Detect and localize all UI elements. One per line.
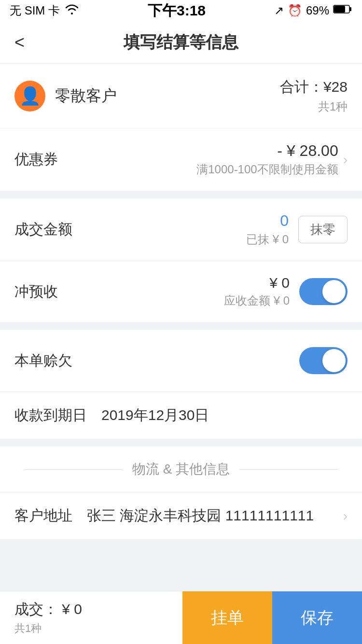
- prereceive-amount: ¥ 0: [224, 275, 290, 291]
- duedate-label: 收款到期日: [14, 406, 87, 425]
- transaction-row: 成交金额 0 已抹 ¥ 0 抹零: [0, 198, 362, 261]
- coupon-info: - ¥ 28.00 满1000-100不限制使用金额: [196, 142, 338, 177]
- address-left: 客户地址 张三 海淀永丰科技园 11111111111: [14, 506, 314, 526]
- transaction-amount[interactable]: 0: [246, 212, 289, 230]
- customer-total: 合计：¥28 共1种: [280, 77, 348, 114]
- prereceive-info: ¥ 0 应收金额 ¥ 0: [224, 275, 290, 308]
- round-button[interactable]: 抹零: [298, 216, 348, 243]
- nav-bar: < 填写结算等信息: [0, 21, 362, 64]
- address-chevron-icon: ›: [343, 508, 348, 524]
- back-button[interactable]: <: [14, 32, 25, 53]
- content: 👤 零散客户 合计：¥28 共1种 优惠券 - ¥ 28.00 满1000-10…: [0, 64, 362, 605]
- prereceive-toggle[interactable]: [299, 278, 348, 305]
- debt-row: 本单赊欠: [0, 330, 362, 392]
- page-title: 填写结算等信息: [124, 31, 238, 54]
- duedate-value: 2019年12月30日: [101, 406, 209, 425]
- transaction-right: 0 已抹 ¥ 0 抹零: [246, 212, 348, 247]
- address-label: 客户地址: [14, 506, 72, 526]
- coupon-row[interactable]: 优惠券 - ¥ 28.00 满1000-100不限制使用金额 ›: [0, 128, 362, 191]
- status-left: 无 SIM 卡: [10, 3, 79, 18]
- customer-info: 👤 零散客户: [14, 81, 117, 112]
- debt-section: 本单赊欠 收款到期日 2019年12月30日: [0, 330, 362, 439]
- customer-row: 👤 零散客户 合计：¥28 共1种: [0, 64, 362, 128]
- coupon-right: - ¥ 28.00 满1000-100不限制使用金额 ›: [196, 142, 348, 177]
- address-row[interactable]: 客户地址 张三 海淀永丰科技园 11111111111 ›: [0, 492, 362, 539]
- transaction-sub: 已抹 ¥ 0: [246, 232, 289, 247]
- bottom-bar: 成交： ¥ 0 共1种 挂单 保存: [0, 591, 362, 644]
- status-time: 下午3:18: [148, 1, 206, 21]
- wifi-icon: [65, 4, 79, 17]
- location-icon: ↗: [274, 4, 284, 17]
- status-bar: 无 SIM 卡 下午3:18 ↗ ⏰ 69%: [0, 0, 362, 21]
- sim-status: 无 SIM 卡: [10, 3, 60, 18]
- svg-rect-2: [334, 6, 345, 13]
- transaction-amount-area: 0 已抹 ¥ 0: [246, 212, 289, 247]
- total-count: 共1种: [280, 99, 348, 114]
- prereceive-right: ¥ 0 应收金额 ¥ 0: [224, 275, 348, 308]
- avatar-icon: 👤: [19, 86, 41, 106]
- toggle-thumb: [322, 280, 346, 303]
- total-amount: 合计：¥28: [280, 77, 348, 97]
- svg-rect-1: [349, 7, 351, 11]
- bottom-deal-count: 共1种: [14, 621, 168, 636]
- coupon-chevron-icon: ›: [343, 152, 348, 168]
- duedate-row[interactable]: 收款到期日 2019年12月30日: [0, 392, 362, 439]
- customer-name: 零散客户: [55, 85, 117, 107]
- transaction-section: 成交金额 0 已抹 ¥ 0 抹零 冲预收 ¥ 0 应收金额 ¥ 0: [0, 198, 362, 322]
- battery-icon: [333, 4, 352, 17]
- transaction-label: 成交金额: [14, 220, 72, 239]
- customer-avatar: 👤: [14, 81, 45, 112]
- prereceive-row: 冲预收 ¥ 0 应收金额 ¥ 0: [0, 261, 362, 322]
- address-value: 张三 海淀永丰科技园 11111111111: [87, 506, 314, 526]
- debt-toggle[interactable]: [299, 347, 348, 374]
- coupon-discount: - ¥ 28.00: [196, 142, 338, 160]
- debt-label: 本单赊欠: [14, 351, 72, 371]
- battery-percent: 69%: [306, 4, 329, 17]
- status-right: ↗ ⏰ 69%: [274, 4, 352, 17]
- coupon-desc: 满1000-100不限制使用金额: [196, 162, 338, 177]
- logistics-header: 物流 & 其他信息: [0, 447, 362, 492]
- customer-section: 👤 零散客户 合计：¥28 共1种 优惠券 - ¥ 28.00 满1000-10…: [0, 64, 362, 191]
- hang-button[interactable]: 挂单: [182, 591, 272, 644]
- coupon-label: 优惠券: [14, 150, 58, 169]
- debt-toggle-thumb: [322, 349, 346, 372]
- alarm-icon: ⏰: [288, 4, 302, 17]
- logistics-label: 物流 & 其他信息: [132, 460, 230, 478]
- prereceive-label: 冲预收: [14, 282, 58, 302]
- save-button[interactable]: 保存: [272, 591, 362, 644]
- logistics-section: 物流 & 其他信息 客户地址 张三 海淀永丰科技园 11111111111 ›: [0, 447, 362, 539]
- bottom-summary: 成交： ¥ 0 共1种: [0, 600, 182, 636]
- bottom-deal-amount: 成交： ¥ 0: [14, 600, 168, 619]
- prereceive-sub: 应收金额 ¥ 0: [224, 293, 290, 308]
